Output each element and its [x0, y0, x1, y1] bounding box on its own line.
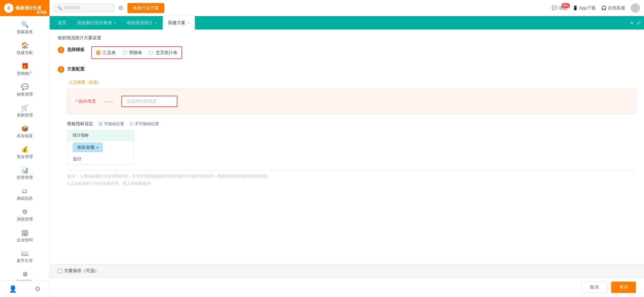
purchase-icon: 🛒 — [21, 104, 29, 111]
indicator-row-total: 合计 — [73, 156, 82, 162]
download-icon: 📱 — [573, 5, 578, 10]
section2-num: 2 — [58, 66, 64, 73]
sidebar-item-inventory[interactable]: 📦 库存核算 — [0, 121, 49, 142]
search-box[interactable]: 🔍 搜索菜单 — [54, 3, 114, 12]
sidebar-item-quick-nav-label: 快捷导航 — [17, 50, 33, 56]
settings-icon: ⚙ — [35, 285, 41, 293]
tab-new-scheme[interactable]: 新建方案 × — [163, 16, 195, 30]
radio-detail-label: 明细表 — [129, 50, 142, 56]
radio-summary[interactable]: 汇总表 — [96, 50, 116, 56]
dimension-section-title: 汇总维度（必选） — [67, 80, 636, 85]
avatar-icon: 👤 — [9, 285, 17, 293]
save-option[interactable]: 方案保存（可选） — [58, 268, 99, 274]
tab-cash-flow-label: 现金银行流水查询 — [77, 20, 112, 26]
tab-payment-stat-close[interactable]: × — [155, 21, 157, 25]
bottom-bar: 方案保存（可选） — [50, 264, 644, 277]
sidebar-item-management-label: 经营管理 — [17, 175, 33, 181]
dimension-area: 纵向维度 —— 请选择分组维度 — [67, 89, 636, 114]
logo-icon: 6 — [4, 3, 13, 13]
sidebar-item-sales[interactable]: 💬 销售管理 — [0, 80, 49, 101]
tab-maximize-icon[interactable]: ⤢ — [636, 19, 641, 27]
sidebar-bottom-item1[interactable]: 👤 — [6, 284, 20, 294]
section1-title: 选择模板 — [67, 47, 85, 53]
sidebar-item-finance-label: 资金管理 — [17, 154, 33, 160]
dimension-row: 纵向维度 —— 请选择分组维度 — [75, 96, 628, 107]
sidebar: 6 畅捷通好生意 标准版 🔍 搜索菜单 🏠 快捷导航 🎁 营销推广 💬 销售管理… — [0, 0, 50, 297]
service-item[interactable]: 🎧 在线客服 — [601, 5, 625, 11]
radio-summary-circle — [96, 50, 101, 55]
management-icon: 📊 — [21, 166, 29, 174]
indicator-section-title: 模板指标设定 — [67, 121, 93, 127]
sidebar-item-search[interactable]: 🔍 搜索菜单 — [0, 17, 49, 38]
tab-close-icon[interactable]: × — [630, 19, 634, 27]
service-label: 在线客服 — [608, 5, 625, 11]
indicator-tag-label: 收款金额 — [77, 144, 95, 150]
config-section: 汇总维度（必选） 纵向维度 —— 请选择分组维度 模板指标设定 — [67, 80, 636, 190]
tab-home-label: 首页 — [58, 20, 66, 26]
tabs-bar: 首页 现金银行流水查询 × 收款情况统计 × 新建方案 × × ⤢ — [50, 16, 644, 30]
sidebar-item-finance[interactable]: 💰 资金管理 — [0, 142, 49, 163]
tab-home[interactable]: 首页 — [52, 16, 72, 30]
sidebar-item-purchase[interactable]: 🛒 采购管理 — [0, 101, 49, 121]
sidebar-item-management[interactable]: 📊 经营管理 — [0, 163, 49, 184]
enterprise-icon: 🏢 — [21, 229, 29, 236]
page-header-title: 收款情况统计方案设置 — [58, 35, 636, 41]
indicator-table-header: 统计指标 — [67, 131, 134, 141]
system-icon: ⚙ — [21, 208, 29, 215]
message-badge: 99+ — [561, 3, 570, 8]
tabs-controls: × ⤢ — [630, 19, 641, 27]
finance-icon: 💰 — [21, 146, 29, 153]
home-icon: 🏠 — [21, 42, 29, 49]
user-avatar[interactable] — [631, 3, 640, 13]
sidebar-nav: 🔍 搜索菜单 🏠 快捷导航 🎁 营销推广 💬 销售管理 🛒 采购管理 📦 库存核… — [0, 16, 49, 281]
radio-group: 汇总表 明细表 交叉统计表 — [96, 50, 177, 56]
save-option-label: 方案保存（可选） — [64, 268, 99, 274]
sidebar-logo: 6 畅捷通好生意 标准版 — [0, 0, 49, 16]
radio-summary-label: 汇总表 — [103, 50, 116, 56]
section-template: 1 选择模板 汇总表 明细表 交叉统计表 — [58, 46, 636, 59]
sidebar-item-enterprise[interactable]: 🏢 企业协同 — [0, 226, 49, 246]
cancel-button[interactable]: 取消 — [582, 282, 607, 293]
dimension-placeholder: 请选择分组维度 — [126, 99, 157, 104]
sidebar-item-quick-nav[interactable]: 🏠 快捷导航 — [0, 38, 49, 59]
tab-cash-flow[interactable]: 现金银行流水查询 × — [72, 16, 121, 30]
message-item[interactable]: 💬 消息 99+ — [552, 5, 567, 11]
section1-num: 1 — [58, 47, 64, 53]
search-icon-topbar: 🔍 — [57, 6, 62, 10]
sidebar-item-basic-info-label: 基础信息 — [17, 196, 33, 201]
tab-payment-stat[interactable]: 收款情况统计 × — [121, 16, 162, 30]
sidebar-item-guide[interactable]: 📖 新手引导 — [0, 246, 49, 267]
sidebar-item-hardware[interactable]: 🖥 智能硬件 — [0, 267, 49, 281]
content-card: 收款情况统计方案设置 1 选择模板 汇总表 明细表 — [50, 30, 644, 264]
sidebar-bottom-item2[interactable]: ⚙ — [32, 284, 43, 294]
indicator-tag-payment[interactable]: 收款金额 ▾ — [73, 143, 103, 152]
tab-new-scheme-label: 新建方案 — [168, 20, 185, 26]
dimension-label: 纵向维度 — [75, 98, 96, 104]
tip-line1: 提示： 1.拖动标题栏可以调整布局，不可跨维度或指标区域拖动栏目字段(只能在同一… — [67, 173, 636, 180]
settings-gear-icon[interactable]: ⚙ — [118, 4, 123, 12]
download-item[interactable]: 📱 App下载 — [573, 5, 596, 11]
guide-icon: 📖 — [21, 250, 29, 257]
radio-cross[interactable]: 交叉统计表 — [149, 50, 177, 56]
radio-detail[interactable]: 明细表 — [122, 50, 142, 56]
dimension-dropdown[interactable]: 请选择分组维度 — [121, 96, 177, 107]
footer-buttons: 取消 查询 — [50, 277, 644, 297]
sidebar-item-inventory-label: 库存核算 — [17, 133, 33, 139]
tab-cash-flow-close[interactable]: × — [114, 21, 116, 25]
industry-btn[interactable]: 体验行业方案 — [127, 3, 164, 13]
section-config: 2 方案配置 — [58, 66, 636, 73]
sidebar-item-sales-label: 销售管理 — [17, 92, 33, 97]
save-checkbox[interactable] — [58, 269, 62, 273]
tab-new-scheme-close[interactable]: × — [187, 21, 190, 25]
sidebar-item-basic-info[interactable]: 🗂 基础信息 — [0, 184, 49, 205]
sales-icon: 💬 — [21, 83, 29, 91]
sidebar-item-system[interactable]: ⚙ 系统管理 — [0, 205, 49, 226]
search-icon: 🔍 — [21, 21, 29, 28]
edition-badge: 标准版 — [37, 10, 47, 15]
sidebar-item-marketing[interactable]: 🎁 营销推广 — [0, 59, 49, 80]
search-placeholder-text: 搜索菜单 — [64, 5, 80, 11]
template-options-container: 汇总表 明细表 交叉统计表 — [91, 46, 182, 59]
service-icon: 🎧 — [601, 5, 606, 10]
inventory-icon: 📦 — [21, 125, 29, 132]
query-button[interactable]: 查询 — [611, 282, 636, 293]
